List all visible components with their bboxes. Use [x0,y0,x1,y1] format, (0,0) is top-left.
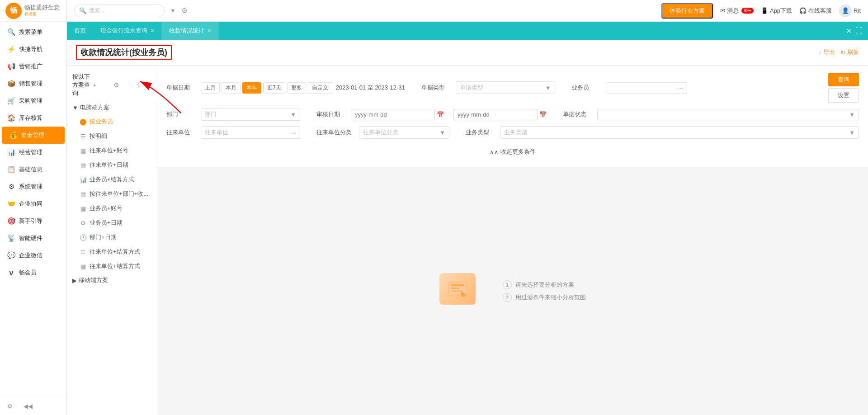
scheme-item-salesperson-account[interactable]: ▦ 业务员+账号 [67,201,157,216]
topbar-search[interactable]: 🔍 搜索... [74,5,165,17]
sidebar-collapse-btn[interactable]: ◀◀ [20,401,36,411]
unit-settlement1-icon: ☰ [80,248,87,255]
biz-type-select[interactable]: 业务类型 ▼ [500,126,859,139]
salesperson-input[interactable]: ··· [606,82,687,94]
sales-icon: 📦 [7,80,15,88]
partner-input[interactable]: 往来单位 ··· [201,126,300,139]
query-btn[interactable]: 查询 [828,73,859,86]
sidebar-item-quicknav[interactable]: ⚡快捷导航 [0,41,66,58]
sidebar-item-search[interactable]: 🔍搜索菜单 [0,24,66,41]
scheme-section-pc: ▼ 电脑端方案 ⬤ 按业务员 ☰ 按明细 ▦ 往来单位+账号 ▦ 往来单位+ [67,101,157,274]
tabbar-right: ✕ ⛶ [846,27,868,35]
inventory-icon: 🏠 [7,114,15,122]
user-avatar[interactable]: 👤 Rit [839,5,861,17]
review-date-from[interactable] [351,109,435,120]
scheme-item-by-detail[interactable]: ☰ 按明细 [67,129,157,143]
collapse-btn[interactable]: ∧∧ 收起更多条件 [166,144,859,160]
empty-state: ? 1 请先选择要分析的方案 2 用过滤条件来缩小分析范围 [157,167,868,415]
tab-home[interactable]: 首页 [67,22,93,40]
sidebar-bottom: ⚙ ◀◀ [0,397,66,415]
tab-collection[interactable]: 收款情况统计 ✕ [162,22,219,40]
empty-steps: 1 请先选择要分析的方案 2 用过滤条件来缩小分析范围 [503,280,586,302]
scheme-item-dept-date[interactable]: 🕐 部门+日期 [67,230,157,245]
sidebar-item-marketing[interactable]: 📢营销推广 [0,58,66,75]
export-btn[interactable]: ↑ 导出 [819,48,835,57]
sidebar-item-wechat[interactable]: 💬企业微信 [0,247,66,264]
app-download-btn[interactable]: 📱 App下载 [761,7,792,15]
settings-btn[interactable]: 设置 [828,88,859,103]
page-header-actions: ↑ 导出 ↻ 刷新 [819,48,859,57]
enterprise-icon: 🤝 [7,200,15,208]
doc-type-label: 单据类型 [421,84,448,92]
message-btn[interactable]: ✉ 消息 99+ [720,7,754,15]
review-date-label: 审核日期 [316,110,344,118]
doc-status-select[interactable]: ▼ [597,109,859,120]
doc-type-select[interactable]: 单据类型 ▼ [456,81,555,94]
calendar-icon-to[interactable]: 📅 [539,111,547,118]
finance-icon: 💰 [9,131,17,139]
scheme-section-mobile-title[interactable]: ▶ 移动端方案 [67,274,157,287]
date-btn-7days[interactable]: 近7天 [263,82,285,94]
scheme-settings-btn[interactable]: ⚙ [113,81,131,89]
doc-type-arrow-icon: ▼ [545,85,551,91]
date-btn-last-month[interactable]: 上月 [201,82,220,94]
sidebar-item-inventory[interactable]: 🏠库存核算 [0,109,66,127]
search-icon: 🔍 [7,28,15,36]
tab-close-all-btn[interactable]: ✕ [846,27,852,35]
dept-select[interactable]: 部门 ▼ [201,108,300,121]
message-badge: 99+ [741,8,754,14]
sidebar-item-system[interactable]: ⚙系统管理 [0,178,66,195]
sidebar-item-hardware[interactable]: 📡智能硬件 [0,230,66,247]
biz-type-arrow-icon: ▼ [849,129,855,136]
refresh-btn[interactable]: ↻ 刷新 [840,48,859,57]
scheme-section-pc-title[interactable]: ▼ 电脑端方案 [67,101,157,114]
sidebar-item-basic[interactable]: 📋基础信息 [0,161,66,178]
salesperson-icon: ⬤ [80,118,87,125]
tab-bank-close[interactable]: ✕ [150,28,155,34]
sidebar-item-purchase[interactable]: 🛒采购管理 [0,92,66,109]
topbar-gear-icon[interactable]: ⚙ [181,6,188,15]
sidebar-item-operation[interactable]: 📊经营管理 [0,144,66,161]
partner-more-icon[interactable]: ··· [291,129,296,136]
scheme-item-by-salesperson[interactable]: ⬤ 按业务员 [67,114,157,129]
salesperson-settlement-icon: 📊 [80,176,87,183]
sidebar-item-member[interactable]: V畅会员 [0,264,66,281]
scheme-item-unit-settlement2[interactable]: ▦ 往来单位+结算方式 [67,259,157,274]
partner-category-select[interactable]: 往来单位分类 ▼ [359,126,449,139]
unit-date-icon: ▦ [80,161,87,169]
query-actions: 查询 设置 [828,73,859,103]
scheme-item-salesperson-settlement[interactable]: 📊 业务员+结算方式 [67,172,157,187]
scheme-collapse-btn[interactable]: 《 [134,81,151,89]
sidebar-settings-btn[interactable]: ⚙ [4,401,16,411]
scheme-item-unit-account[interactable]: ▦ 往来单位+账号 [67,143,157,158]
scheme-item-unit-settlement1[interactable]: ☰ 往来单位+结算方式 [67,245,157,259]
date-btn-more[interactable]: 更多 [287,82,306,94]
member-icon: V [7,269,15,277]
calendar-icon-from[interactable]: 📅 [437,111,444,118]
salesperson-more-icon[interactable]: ··· [678,85,683,91]
tab-maximize-btn[interactable]: ⛶ [855,27,863,35]
scheme-item-unit-dept-collect[interactable]: ▦ 按往来单位+部门+收... [67,187,157,201]
tab-collection-close[interactable]: ✕ [207,28,212,34]
main-area: 🔍 搜索... ▼ ⚙ 体验行业方案 ✉ 消息 99+ 📱 App下载 🎧 在线… [67,0,868,415]
refresh-icon: ↻ [840,49,845,56]
topbar-dropdown-icon[interactable]: ▼ [170,7,176,14]
review-date-to[interactable] [453,109,538,120]
logo-area: 畅 畅捷通好生意 标准版 [0,0,66,22]
partner-category-arrow-icon: ▼ [439,129,445,136]
online-service-btn[interactable]: 🎧 在线客服 [799,7,832,15]
scheme-item-salesperson-date[interactable]: ⚙ 业务员+日期 [67,216,157,230]
sidebar-item-finance[interactable]: 💰资金管理 [2,127,65,144]
date-btn-custom[interactable]: 自定义 [308,82,332,94]
sidebar-item-guide[interactable]: 🎯新手引导 [0,212,66,230]
tab-bank[interactable]: 现金银行流水查询 ✕ [93,22,162,40]
scheme-add-btn[interactable]: + [93,81,110,89]
date-btn-this-month[interactable]: 本月 [222,82,241,94]
sidebar-item-enterprise[interactable]: 🤝企业协同 [0,195,66,212]
dept-label: 部门 [166,110,193,118]
unit-dept-icon: ▦ [80,190,87,198]
sidebar-item-sales[interactable]: 📦销售管理 [0,75,66,92]
scheme-item-unit-date[interactable]: ▦ 往来单位+日期 [67,158,157,172]
trial-btn[interactable]: 体验行业方案 [661,3,713,19]
date-btn-this-year[interactable]: 本年 [242,82,261,94]
